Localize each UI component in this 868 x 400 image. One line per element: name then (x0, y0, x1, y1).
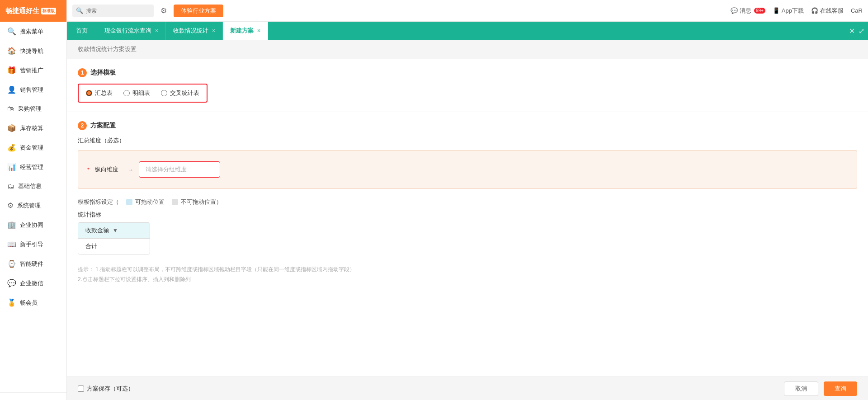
option-cross[interactable]: 交叉统计表 (161, 89, 199, 97)
sidebar-item-label: 营销推广 (20, 66, 43, 75)
content-inner: 收款情况统计方案设置 1 选择模板 汇总表 明细表 (67, 40, 868, 400)
draggable-dot-icon (126, 199, 132, 205)
option-detail-label: 明细表 (132, 89, 150, 97)
dim-select-box[interactable]: 请选择分组维度 (139, 161, 220, 178)
sidebar-item-enterprise[interactable]: 🏢企业协同 (0, 215, 66, 235)
sidebar-logo: 畅捷通好生 标准版 (0, 0, 66, 22)
save-option[interactable]: 方案保存（可选） (78, 385, 134, 393)
hint-text: 提示： 1.拖动标题栏可以调整布局，不可跨维度或指标区域拖动栏目字段（只能在同一… (78, 265, 857, 284)
search-input[interactable] (86, 8, 149, 14)
tab-bank-flow-label: 现金银行流水查询 (104, 27, 151, 35)
purchase-icon: 🛍 (7, 105, 14, 113)
sidebar-item-label: 智能硬件 (20, 260, 43, 268)
topbar: 🔍 ⚙ 体验行业方案 💬 消息 99+ 📱 App下载 🎧 在线客服 CaR (67, 0, 868, 22)
tabbar: 首页 现金银行流水查询 × 收款情况统计 × 新建方案 × ✕ ⤢ (67, 22, 868, 40)
download-icon: 📱 (773, 7, 780, 14)
sidebar-item-marketing[interactable]: 🎁营销推广 (0, 61, 66, 80)
message-label: 消息 (740, 7, 751, 15)
radio-cross[interactable] (161, 90, 167, 96)
required-mark: * (87, 166, 90, 173)
tab-home-label: 首页 (76, 27, 88, 35)
sidebar-item-label: 库存核算 (20, 124, 43, 132)
logo-badge: 标准版 (41, 8, 56, 14)
message-button[interactable]: 💬 消息 99+ (731, 7, 765, 15)
topbar-right: 💬 消息 99+ 📱 App下载 🎧 在线客服 CaR (731, 7, 863, 15)
tab-new-scheme[interactable]: 新建方案 × (223, 22, 268, 40)
radio-summary[interactable] (86, 90, 92, 96)
sidebar-item-sales[interactable]: 👤销售管理 (0, 80, 66, 99)
save-checkbox[interactable] (78, 386, 84, 392)
bottom-buttons: 取消 查询 (784, 381, 857, 396)
non-draggable-dot-icon (172, 199, 178, 205)
sidebar-item-member[interactable]: 🏅畅会员 (0, 293, 66, 312)
radio-detail[interactable] (123, 90, 130, 96)
sidebar-item-label: 系统管理 (17, 202, 41, 210)
sidebar-item-label: 资金管理 (20, 144, 43, 152)
sidebar-item-search-menu[interactable]: 🔍搜索菜单 (0, 22, 66, 41)
topbar-search[interactable]: 🔍 (72, 5, 154, 17)
wechat-icon: 💬 (7, 279, 16, 287)
trial-button[interactable]: 体验行业方案 (174, 5, 223, 17)
sidebar-item-system[interactable]: ⚙系统管理 (0, 196, 66, 215)
metrics-header: 模板指标设定（ 可拖动位置 不可拖动位置） (78, 198, 857, 206)
chevron-down-icon[interactable]: ▼ (113, 227, 118, 234)
hint-line-1: 提示： 1.拖动标题栏可以调整布局，不可跨维度或指标区域拖动栏目字段（只能在同一… (78, 265, 857, 275)
section-header: 收款情况统计方案设置 (67, 40, 868, 59)
step2-title: 2 方案配置 (78, 121, 857, 130)
sidebar-item-wechat[interactable]: 💬企业微信 (0, 273, 66, 293)
option-summary[interactable]: 汇总表 (86, 89, 113, 97)
tab-collection-stat-label: 收款情况统计 (173, 27, 208, 35)
metrics-table-header[interactable]: 收款金额 ▼ (78, 223, 150, 239)
sidebar-item-basic-info[interactable]: 🗂基础信息 (0, 177, 66, 196)
dim-area: * 纵向维度 → 请选择分组维度 (78, 150, 857, 189)
hint-1: 提示： 1.拖动标题栏可以调整布局，不可跨维度或指标区域拖动栏目字段（只能在同一… (78, 265, 355, 275)
tab-bank-flow[interactable]: 现金银行流水查询 × (97, 22, 166, 40)
search-icon: 🔍 (76, 7, 83, 14)
sidebar-item-finance[interactable]: 💰资金管理 (0, 138, 66, 157)
cancel-button[interactable]: 取消 (784, 381, 818, 396)
sidebar-item-label: 企业微信 (20, 279, 43, 287)
maximize-icon[interactable]: ⤢ (859, 27, 864, 35)
stat-label: 统计指标 (78, 211, 857, 219)
message-badge: 99+ (754, 8, 765, 14)
service-icon: 🎧 (811, 7, 818, 14)
message-icon: 💬 (731, 7, 738, 14)
metrics-section: 模板指标设定（ 可拖动位置 不可拖动位置） 统计指标 收款金额 (78, 198, 857, 284)
sidebar-item-label: 企业协同 (20, 221, 43, 229)
tab-collection-stat[interactable]: 收款情况统计 × (166, 22, 223, 40)
close-window-icon[interactable]: ✕ (849, 27, 855, 35)
bottom-bar: 方案保存（可选） 取消 查询 (67, 376, 868, 400)
sidebar-item-inventory[interactable]: 📦库存核算 (0, 118, 66, 138)
sidebar-item-label: 搜索菜单 (20, 28, 43, 36)
template-options: 汇总表 明细表 交叉统计表 (78, 84, 208, 103)
sidebar-item-label: 销售管理 (20, 86, 43, 94)
metrics-header-text: 模板指标设定（ (78, 198, 119, 206)
hardware-icon: ⌚ (7, 259, 16, 268)
query-button[interactable]: 查询 (824, 381, 857, 396)
enterprise-icon: 🏢 (7, 221, 16, 229)
hint-line-2: 2.点击标题栏下拉可设置排序、插入列和删除列 (78, 275, 857, 285)
step1-num: 1 (78, 68, 87, 77)
download-button[interactable]: 📱 App下载 (773, 7, 804, 15)
search-menu-icon: 🔍 (7, 27, 16, 36)
tab-bank-flow-close[interactable]: × (155, 28, 158, 34)
save-label: 方案保存（可选） (87, 385, 134, 393)
tab-home[interactable]: 首页 (67, 22, 97, 40)
tab-collection-stat-close[interactable]: × (212, 28, 215, 34)
sidebar-item-guide[interactable]: 📖新手引导 (0, 235, 66, 254)
service-button[interactable]: 🎧 在线客服 (811, 7, 844, 15)
sidebar-item-quick-nav[interactable]: 🏠快捷导航 (0, 41, 66, 61)
user-name[interactable]: CaR (851, 7, 863, 14)
guide-icon: 📖 (7, 240, 16, 249)
option-detail[interactable]: 明细表 (123, 89, 150, 97)
dim-row: * 纵向维度 → 请选择分组维度 (87, 161, 848, 178)
gear-icon[interactable]: ⚙ (157, 5, 170, 17)
tab-new-scheme-close[interactable]: × (257, 28, 260, 34)
sidebar-item-label: 基础信息 (18, 182, 42, 190)
service-label: 在线客服 (820, 7, 844, 15)
sidebar-item-purchase[interactable]: 🛍采购管理 (0, 99, 66, 118)
sidebar-item-hardware[interactable]: ⌚智能硬件 (0, 254, 66, 273)
sidebar-item-operation[interactable]: 📊经营管理 (0, 157, 66, 177)
sales-icon: 👤 (7, 85, 16, 94)
operation-icon: 📊 (7, 163, 16, 171)
